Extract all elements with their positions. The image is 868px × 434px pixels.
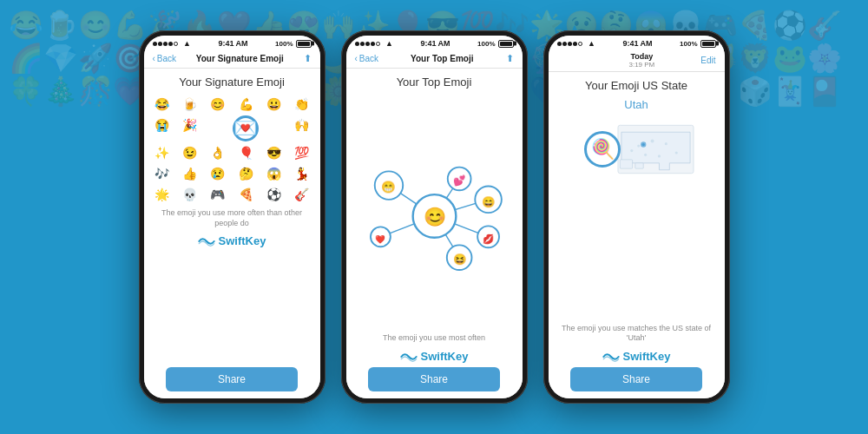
- svg-point-24: [675, 151, 678, 154]
- battery-pct-1: 100%: [275, 40, 293, 48]
- svg-text:😆: 😆: [452, 253, 466, 266]
- nav-title-2: Your Top Emoji: [378, 54, 505, 63]
- battery-pct-2: 100%: [477, 40, 495, 48]
- share-button-2[interactable]: Share: [368, 367, 501, 391]
- phones-container: ▲ 9:41 AM 100% ‹ Back Your Signature Emo…: [139, 30, 730, 404]
- edit-button[interactable]: Edit: [700, 56, 715, 65]
- map-area: 🍭: [575, 115, 697, 184]
- svg-point-25: [644, 154, 647, 156]
- emoji-cell: 🎈: [233, 143, 259, 162]
- svg-text:😊: 😊: [423, 206, 446, 228]
- svg-point-21: [637, 144, 640, 147]
- swiftkey-logo-icon-2: [400, 351, 418, 363]
- nav-time-display: 3:19 PM: [628, 61, 654, 69]
- content-title-1: Your Signature Emoji: [179, 76, 285, 89]
- status-bar-1: ▲ 9:41 AM 100%: [144, 36, 320, 49]
- emoji-cell: 😱: [260, 164, 286, 183]
- swiftkey-text-3: SwiftKey: [623, 350, 671, 363]
- status-time-2: 9:41 AM: [420, 39, 450, 48]
- svg-text:😁: 😁: [381, 180, 396, 194]
- svg-text:💋: 💋: [483, 233, 495, 245]
- content-desc-3: The emoji you use matches the US state o…: [554, 324, 720, 344]
- swiftkey-logo-icon-3: [602, 351, 620, 363]
- emoji-cell: 🎉: [177, 115, 203, 135]
- state-emoji: 🍭: [584, 131, 621, 168]
- emoji-cell: 🎶: [149, 164, 175, 183]
- emoji-cell: 🌟: [149, 185, 175, 204]
- bubble-graph-svg: 😊 😁 💕 😄 💋 😆 ❤️: [352, 95, 517, 329]
- emoji-cell: 👍: [177, 164, 203, 183]
- emoji-grid-wrapper: 😂 🍺 😊 💪 😀 👏 😭 🎉 💪 💌 😍 🙌 ✨ 😉: [149, 95, 315, 204]
- nav-bar-1: ‹ Back Your Signature Emoji ⬆: [144, 49, 320, 69]
- state-container: Utah 🍭: [554, 98, 720, 319]
- emoji-cell: ✨: [149, 143, 175, 162]
- swiftkey-text-1: SwiftKey: [219, 234, 266, 247]
- svg-text:😄: 😄: [482, 195, 496, 209]
- emoji-cell: 😢: [205, 164, 231, 183]
- emoji-cell: 😊: [205, 95, 231, 114]
- content-2: Your Top Emoji 😊: [346, 69, 523, 398]
- battery-pct-3: 100%: [680, 40, 697, 48]
- bubble-graph: 😊 😁 💕 😄 💋 😆 ❤️: [352, 95, 517, 329]
- content-desc-2: The emoji you use most often: [376, 333, 492, 344]
- svg-text:❤️: ❤️: [375, 234, 385, 245]
- content-desc-1: The emoji you use more often than other …: [149, 208, 315, 228]
- swiftkey-logo-3: SwiftKey: [602, 350, 671, 363]
- emoji-cell: 🎸: [288, 185, 314, 204]
- emoji-cell: ⚽: [260, 185, 286, 204]
- back-button-2[interactable]: ‹ Back: [355, 54, 379, 63]
- us-map-svg: [615, 115, 697, 184]
- emoji-grid: 😂 🍺 😊 💪 😀 👏 😭 🎉 💪 💌 😍 🙌 ✨ 😉: [149, 95, 315, 204]
- emoji-cell: 🙌: [288, 115, 314, 135]
- phone-top-emoji: ▲ 9:41 AM 100% ‹ Back Your Top Emoji ⬆ Y…: [341, 30, 528, 404]
- content-3: Your Emoji US State Utah 🍭: [549, 72, 725, 398]
- svg-point-29: [642, 143, 645, 146]
- svg-point-26: [658, 155, 661, 157]
- status-time-3: 9:41 AM: [622, 39, 652, 48]
- svg-point-27: [630, 149, 633, 152]
- nav-bar-2: ‹ Back Your Top Emoji ⬆: [346, 49, 523, 69]
- emoji-cell: 🎮: [205, 185, 231, 204]
- share-button-3[interactable]: Share: [570, 367, 703, 391]
- emoji-cell: 💀: [177, 185, 203, 204]
- swiftkey-text-2: SwiftKey: [421, 350, 469, 363]
- emoji-cell: 😂: [149, 95, 175, 114]
- share-icon-2[interactable]: ⬆: [506, 53, 514, 64]
- emoji-cell: 👌: [205, 143, 231, 162]
- content-title-2: Your Top Emoji: [397, 76, 472, 89]
- emoji-cell: 👏: [288, 95, 314, 114]
- svg-point-23: [665, 142, 667, 145]
- content-1: Your Signature Emoji 😂 🍺 😊 💪 😀 👏 😭 🎉 💪 💌: [144, 69, 320, 398]
- back-chevron-icon: ‹: [153, 54, 155, 63]
- emoji-cell: 🍺: [177, 95, 203, 114]
- swiftkey-logo-2: SwiftKey: [400, 350, 469, 363]
- emoji-highlight-center: 💌: [233, 115, 259, 141]
- nav-title-1: Your Signature Emoji: [176, 54, 303, 63]
- emoji-cell: 😉: [177, 143, 203, 162]
- status-bar-2: ▲ 9:41 AM 100%: [346, 36, 523, 49]
- status-time-1: 9:41 AM: [218, 39, 247, 48]
- nav-date: Today: [628, 52, 654, 61]
- swiftkey-logo-icon-1: [198, 235, 215, 247]
- emoji-cell: 💪: [233, 95, 259, 114]
- wifi-icon-2: ▲: [385, 39, 393, 48]
- wifi-icon-3: ▲: [588, 39, 595, 48]
- svg-rect-31: [635, 163, 644, 168]
- status-bar-3: ▲ 9:41 AM 100%: [549, 36, 725, 49]
- phone-us-state: ▲ 9:41 AM 100% Today 3:19 PM Edit: [543, 30, 730, 404]
- emoji-cell: 💃: [288, 164, 314, 183]
- svg-rect-30: [620, 160, 632, 168]
- wifi-icon: ▲: [183, 39, 191, 48]
- phone-signature-emoji: ▲ 9:41 AM 100% ‹ Back Your Signature Emo…: [139, 30, 326, 404]
- emoji-cell: 💯: [288, 143, 314, 162]
- back-chevron-icon-2: ‹: [355, 54, 358, 63]
- emoji-cell: 😭: [149, 115, 175, 135]
- emoji-cell: 🍕: [233, 185, 259, 204]
- share-button-1[interactable]: Share: [166, 367, 299, 391]
- back-button-1[interactable]: ‹ Back: [153, 54, 177, 63]
- svg-text:💕: 💕: [453, 174, 466, 187]
- content-title-3: Your Emoji US State: [585, 79, 687, 92]
- share-icon-1[interactable]: ⬆: [304, 53, 312, 64]
- swiftkey-logo-1: SwiftKey: [198, 234, 266, 247]
- emoji-cell: 😀: [260, 95, 286, 114]
